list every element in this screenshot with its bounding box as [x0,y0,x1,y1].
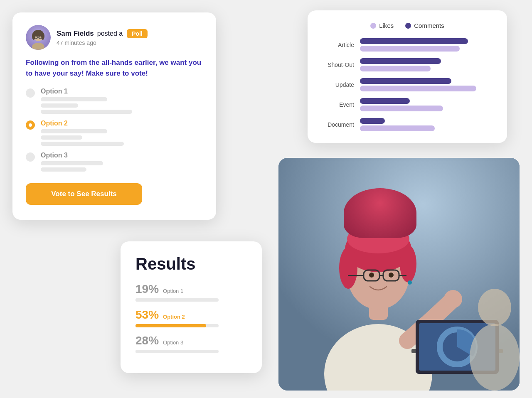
svg-point-6 [32,32,35,40]
comments-label: Comments [414,22,444,29]
option2-line1 [41,129,107,133]
photo-area [278,158,520,391]
bar-shoutout-likes [360,66,431,71]
bar-article-likes [360,46,460,52]
chart-rows: Article Shout-Out Update Event [321,38,494,131]
poll-time: 47 minutes ago [57,39,148,46]
svg-rect-1 [32,43,44,50]
likes-dot [370,23,376,29]
poll-card: Sam Fields posted a Poll 47 minutes ago … [12,12,216,220]
bar-update-likes [360,86,476,91]
bar-article-comments [360,38,468,44]
svg-point-15 [400,245,416,283]
chart-row-document: Document [321,118,494,131]
results-card: Results 19% Option 1 53% Option 2 28% Op… [121,241,262,373]
poll-badge: Poll [127,29,148,38]
list-item[interactable]: Option 3 [26,152,203,172]
radio-option1[interactable] [26,88,35,98]
result-bar-1 [135,298,169,302]
option1-line3 [41,110,132,114]
poll-meta: Sam Fields posted a Poll 47 minutes ago [57,29,148,46]
svg-point-23 [389,273,394,278]
option1-label: Option 1 [41,88,203,95]
list-item[interactable]: Option 2 [26,120,203,146]
svg-point-31 [478,289,511,326]
svg-point-7 [41,32,44,40]
poll-options: Option 1 Option 2 [26,88,203,172]
svg-point-25 [444,290,462,308]
result-item-2: 53% Option 2 [135,308,247,327]
chart-row-article: Article [321,38,494,52]
chart-row-shoutout: Shout-Out [321,58,494,71]
poll-header: Sam Fields posted a Poll 47 minutes ago [26,25,203,50]
photo-person [278,158,520,391]
radio-option2[interactable] [26,120,35,130]
vote-button[interactable]: Vote to See Results [26,183,142,205]
bar-update-comments [360,78,451,84]
svg-point-24 [408,280,412,285]
option3-label: Option 3 [41,152,203,159]
option1-line2 [41,103,78,108]
bar-event-comments [360,98,410,104]
chart-label-update: Update [321,81,354,88]
likes-label: Likes [379,22,394,29]
option2-label: Option 2 [41,120,203,127]
result-pct-1: 19% [135,283,159,296]
results-title: Results [135,255,247,273]
bar-document-comments [360,118,385,124]
poll-question: Following on from the all-hands earlier,… [26,57,203,79]
legend-comments: Comments [405,22,444,29]
list-item[interactable]: Option 1 [26,88,203,114]
chart-row-update: Update [321,78,494,91]
author-name: Sam Fields [57,29,94,38]
legend-likes: Likes [370,22,394,29]
chart-row-event: Event [321,98,494,111]
svg-point-22 [369,273,374,278]
chart-legend: Likes Comments [321,22,494,29]
result-item-3: 28% Option 3 [135,334,247,353]
option3-line1 [41,161,103,165]
result-bar-2 [135,324,206,327]
result-name-2: Option 2 [163,314,185,320]
comments-dot [405,23,411,29]
radio-option3[interactable] [26,152,35,162]
bar-event-likes [360,106,443,111]
option2-line2 [41,135,82,140]
chart-label-event: Event [321,101,354,108]
option2-line3 [41,142,124,146]
result-bar-3 [135,350,177,353]
avatar [26,25,51,50]
option1-line1 [41,97,107,101]
chart-card: Likes Comments Article Shout-Out Update [308,10,507,143]
result-name-1: Option 1 [163,288,183,294]
poll-author-line: Sam Fields posted a Poll [57,29,148,38]
result-name-3: Option 3 [163,339,183,346]
chart-label-article: Article [321,42,354,48]
result-pct-3: 28% [135,334,159,347]
result-pct-2: 53% [135,308,159,322]
chart-label-document: Document [321,121,354,128]
svg-point-16 [347,224,409,253]
bar-document-likes [360,125,435,131]
svg-point-14 [339,247,357,289]
chart-label-shoutout: Shout-Out [321,61,354,68]
svg-point-30 [470,324,520,391]
posted-text: posted a [97,30,123,37]
result-item-1: 19% Option 1 [135,283,247,302]
option3-line2 [41,167,86,172]
bar-shoutout-comments [360,58,441,64]
